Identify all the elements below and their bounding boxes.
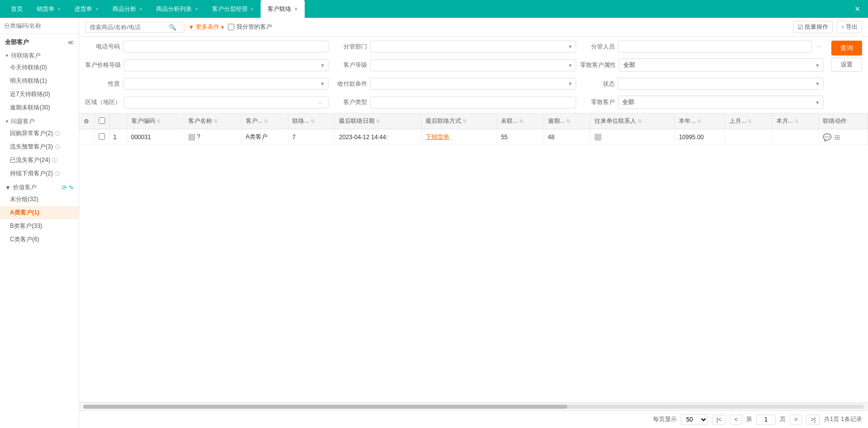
- filter-select-price-level-arrow: ▾: [321, 62, 324, 69]
- table-header-this-year[interactable]: 本年... ⇅: [675, 113, 725, 129]
- table-header-action: 联络动作: [819, 113, 868, 129]
- toolbar-export-label: 导出: [846, 23, 858, 31]
- filter-select-status[interactable]: ▾: [618, 78, 823, 90]
- filter-select-price-level[interactable]: ▾: [124, 59, 328, 71]
- nav-tab-sales[interactable]: 销货单 ×: [30, 0, 67, 18]
- action-chat-icon[interactable]: 💬: [823, 133, 831, 141]
- filter-select-region[interactable]: ···: [124, 97, 328, 108]
- sidebar-all-customers[interactable]: 全部客户 ≪: [0, 34, 79, 49]
- nav-tab-customer-segment-close[interactable]: ×: [251, 6, 254, 12]
- filter-select-retail[interactable]: 全部 ▾: [618, 96, 823, 109]
- nav-tab-sales-close[interactable]: ×: [57, 6, 60, 12]
- row-last-method[interactable]: 下销货单: [422, 129, 497, 145]
- sidebar-item-churned[interactable]: 已流失客户(24) ⓘ: [0, 154, 79, 167]
- filter-select-dept[interactable]: ▾: [370, 41, 576, 53]
- table-header-last-month[interactable]: 上月... ⇅: [725, 113, 772, 129]
- table-header-type[interactable]: 客户... ⇅: [241, 113, 288, 129]
- sort-icon-last-date: ⇅: [376, 118, 380, 124]
- horizontal-scrollbar[interactable]: [83, 405, 864, 409]
- filter-input-person[interactable]: [618, 41, 812, 53]
- filter-input-customer-type[interactable]: [370, 97, 576, 108]
- nav-tab-purchase[interactable]: 进货单 ×: [67, 0, 105, 18]
- sidebar-value-edit-icon[interactable]: ✎: [69, 184, 74, 191]
- nav-tab-home[interactable]: 首页: [4, 0, 30, 18]
- row-checkbox[interactable]: [99, 133, 105, 140]
- table-header-no-contact[interactable]: 未联... ⇅: [497, 113, 543, 129]
- sidebar-item-repurchase-abnormal[interactable]: 回购异常客户(2) ⓘ: [0, 127, 79, 140]
- sidebar-value-actions: ⟳ ✎: [62, 184, 74, 191]
- nav-tab-analysis-list[interactable]: 商品分析列表 ×: [149, 0, 205, 18]
- table-header-check[interactable]: [94, 113, 109, 129]
- page-input[interactable]: [756, 415, 776, 425]
- nav-tab-analysis-close[interactable]: ×: [139, 6, 142, 12]
- row-last-method-link[interactable]: 下销货单: [426, 133, 449, 140]
- table-header-last-method[interactable]: 最后联络方式 ⇅: [422, 113, 497, 129]
- toolbar-export-button[interactable]: ↑ 导出: [837, 21, 862, 33]
- query-button[interactable]: 查询: [831, 41, 862, 55]
- per-page-select[interactable]: 50 100 200: [681, 414, 708, 425]
- filter-select-retail-attr[interactable]: 全部 ▾: [619, 58, 823, 72]
- sidebar-item-ungrouped[interactable]: 未分组(32): [0, 193, 79, 206]
- settings-button[interactable]: 设置: [831, 57, 862, 72]
- sidebar-item-class-b[interactable]: B类客户(33): [0, 219, 79, 233]
- table-header-this-month[interactable]: 本月... ⇅: [772, 113, 818, 129]
- my-customers-label: 我分管的客户: [236, 23, 272, 31]
- table-header-gear[interactable]: ⚙: [79, 113, 94, 129]
- action-grid-icon[interactable]: ⊞: [834, 133, 840, 141]
- toolbar: 🔍 ▼ 更多条件 ▾ 我分管的客户 ☑ 批量操作 ↑ 导出: [79, 18, 868, 37]
- sidebar-item-churn-warning[interactable]: 流失预警客户(3) ⓘ: [0, 140, 79, 154]
- filter-select-nature[interactable]: ▾: [123, 78, 328, 90]
- pagination-next-button[interactable]: >: [790, 415, 802, 425]
- table-header-last-date[interactable]: 最后联络日期 ⇅: [335, 113, 422, 129]
- pagination-first-button[interactable]: |<: [712, 415, 726, 425]
- filter-input-phone[interactable]: [123, 41, 328, 53]
- sidebar-value-refresh-icon[interactable]: ⟳: [62, 184, 67, 191]
- table-header-code[interactable]: 客户编码 ⇅: [127, 113, 184, 129]
- page-label: 第: [746, 415, 752, 424]
- sidebar-search-input[interactable]: [4, 22, 78, 29]
- toolbar-search[interactable]: 🔍: [85, 22, 184, 33]
- toolbar-batch-op-button[interactable]: ☑ 批量操作: [793, 21, 833, 33]
- table-header-name[interactable]: 客户名称 ⇅: [184, 113, 242, 129]
- sidebar-collapse-icon[interactable]: ≪: [67, 39, 74, 46]
- toolbar-filter-button[interactable]: ▼ 更多条件 ▾: [188, 23, 224, 31]
- pagination-prev-button[interactable]: <: [730, 415, 742, 425]
- my-customers-check[interactable]: [228, 24, 234, 30]
- nav-tab-customer-contact-close[interactable]: ×: [294, 6, 297, 12]
- sidebar-item-overdue-contact[interactable]: 逾期未联络(30): [0, 101, 79, 114]
- select-all-checkbox[interactable]: [99, 117, 105, 124]
- nav-tab-customer-segment[interactable]: 客户分层经营 ×: [205, 0, 261, 18]
- row-no-contact: 55: [497, 129, 543, 145]
- sidebar-item-declining[interactable]: 持续下滑客户(2) ⓘ: [0, 167, 79, 180]
- global-close-button[interactable]: ×: [851, 4, 864, 14]
- sidebar-item-class-a[interactable]: A类客户(1): [0, 206, 79, 219]
- row-check[interactable]: [94, 129, 109, 145]
- row-overdue: 48: [543, 129, 590, 145]
- table-header-unit-contact[interactable]: 往来单位联系人 ⇅: [591, 113, 675, 129]
- table-header-overdue[interactable]: 逾期... ⇅: [543, 113, 590, 129]
- row-contact-count: 7: [288, 129, 334, 145]
- nav-tab-analysis-list-close[interactable]: ×: [195, 6, 198, 12]
- filter-select-payment[interactable]: ▾: [370, 78, 576, 90]
- filter-label-retail-attr: 零散客户属性: [580, 61, 616, 69]
- sidebar-all-customers-label: 全部客户: [5, 38, 29, 47]
- sidebar-item-tomorrow[interactable]: 明天待联络(1): [0, 74, 79, 88]
- sidebar-group-pending[interactable]: ▼ 待联络客户: [0, 49, 79, 61]
- nav-tab-purchase-close[interactable]: ×: [95, 6, 98, 12]
- filter-dots-person[interactable]: ···: [814, 43, 823, 50]
- sidebar-item-today[interactable]: 今天待联络(0): [0, 61, 79, 74]
- pagination-last-button[interactable]: >|: [806, 415, 820, 425]
- sidebar-item-class-c[interactable]: C类客户(6): [0, 233, 79, 246]
- scrollbar-thumb[interactable]: [83, 405, 567, 409]
- sidebar-group-problem[interactable]: ▼ 问题客户: [0, 114, 79, 127]
- filter-select-customer-level[interactable]: ▾: [370, 59, 576, 71]
- filter-dots-region[interactable]: ···: [315, 99, 324, 106]
- toolbar-my-customers-checkbox[interactable]: 我分管的客户: [228, 23, 272, 31]
- table-row: 1 000031 ? A类客户 7 2023-04-12 14:44: 下销货单…: [79, 129, 868, 145]
- nav-tab-analysis[interactable]: 商品分析 ×: [106, 0, 149, 18]
- sidebar-item-7days[interactable]: 近7天待联络(0): [0, 88, 79, 101]
- nav-tab-customer-contact[interactable]: 客户联络 ×: [261, 0, 304, 18]
- table-header-contact[interactable]: 联络... ⇅: [288, 113, 334, 129]
- toolbar-search-icon[interactable]: 🔍: [169, 24, 176, 31]
- toolbar-search-input[interactable]: [90, 24, 169, 31]
